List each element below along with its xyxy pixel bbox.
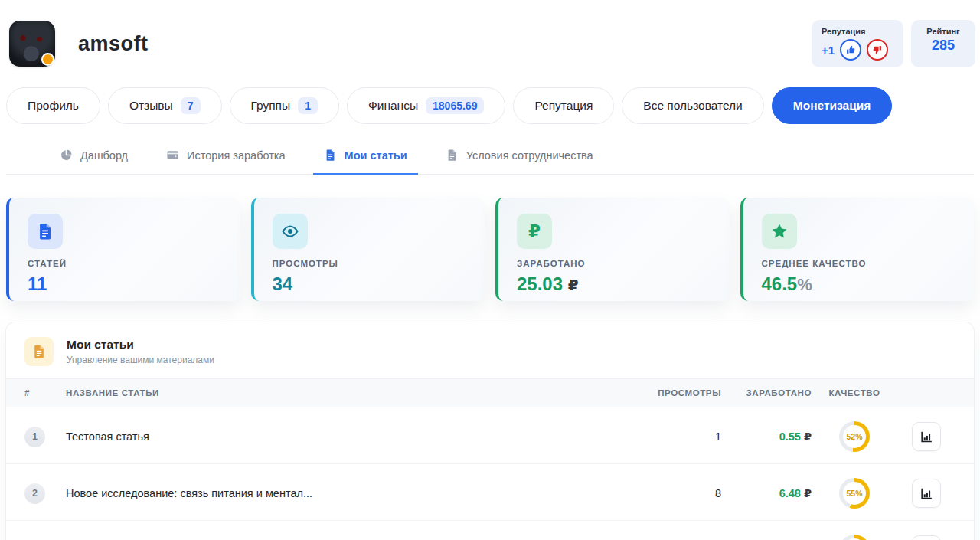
- article-stats-button[interactable]: [912, 479, 941, 508]
- reputation-label: Репутация: [822, 27, 893, 36]
- quality-ring: 55%: [839, 478, 870, 509]
- rating-label: Рейтинг: [921, 27, 965, 36]
- quality-percent: 55%: [843, 482, 866, 505]
- tab-profile[interactable]: Профиль: [6, 87, 100, 124]
- stat-label: ЗАРАБОТАНО: [517, 259, 711, 268]
- thumbs-down-button[interactable]: [867, 39, 888, 61]
- rating-card: Рейтинг 285: [911, 20, 975, 67]
- tab-groups[interactable]: Группы 1: [230, 87, 339, 124]
- tab-label: Финансы: [368, 99, 418, 113]
- article-views: 8: [637, 487, 721, 499]
- subtab-label: Дашборд: [80, 149, 128, 162]
- table-header-row: # НАЗВАНИЕ СТАТЬИ ПРОСМОТРЫ ЗАРАБОТАНО К…: [6, 378, 974, 407]
- ruble-icon: ₽: [517, 214, 552, 249]
- tab-finances[interactable]: Финансы 18065.69: [347, 87, 505, 124]
- thumbs-up-button[interactable]: [840, 39, 861, 61]
- subtab-label: Условия сотрудничества: [466, 149, 593, 162]
- stat-card-avg-quality: СРЕДНЕЕ КАЧЕСТВО 46.5%: [740, 198, 975, 301]
- my-articles-panel: Мои статьи Управление вашими материалами…: [6, 322, 974, 540]
- col-views: ПРОСМОТРЫ: [637, 388, 721, 398]
- table-title: Мои статьи: [67, 338, 214, 352]
- main-tabs: Профиль Отзывы 7 Группы 1 Финансы 18065.…: [6, 87, 974, 124]
- tab-reputation[interactable]: Репутация: [513, 87, 614, 124]
- thumbs-up-icon: [845, 44, 856, 55]
- reviews-count-badge: 7: [181, 97, 201, 114]
- stat-value: 46.5%: [762, 273, 956, 295]
- subtab-label: История заработка: [187, 149, 286, 162]
- article-title: Тестовая статья: [66, 430, 637, 443]
- tab-monetization[interactable]: Монетизация: [772, 87, 893, 124]
- table-row: 1 Тестовая статья 1 0.55 ₽ 52%: [6, 407, 974, 464]
- stat-value: 11: [28, 273, 222, 295]
- username: amsoft: [78, 32, 149, 56]
- table-row: [6, 521, 974, 540]
- thumbs-down-icon: [872, 44, 883, 55]
- top-right-cards: Репутация +1 Рейтинг: [812, 20, 975, 67]
- reputation-card: Репутация +1: [812, 20, 903, 67]
- monetization-subtabs: Дашборд История заработка Мои статьи Усл…: [6, 142, 974, 175]
- article-quality: 52%: [812, 421, 897, 452]
- stat-value: 25.03 ₽: [517, 273, 711, 295]
- stat-label: СРЕДНЕЕ КАЧЕСТВО: [762, 259, 956, 268]
- online-status-dot: [41, 53, 54, 66]
- contract-icon: [446, 149, 459, 162]
- article-title: Новое исследование: связь питания и мент…: [66, 487, 637, 499]
- rating-value: 285: [921, 38, 965, 54]
- col-quality: КАЧЕСТВО: [812, 388, 897, 398]
- stat-card-views: ПРОСМОТРЫ 34: [251, 198, 485, 301]
- stat-card-earned: ₽ ЗАРАБОТАНО 25.03 ₽: [495, 198, 730, 301]
- reputation-value: +1: [822, 44, 835, 57]
- topbar: amsoft Репутация +1: [0, 0, 980, 67]
- tab-label: Профиль: [28, 99, 79, 113]
- quality-percent: 52%: [843, 425, 866, 448]
- subtab-label: Мои статьи: [345, 149, 407, 162]
- tab-label: Все пользователи: [643, 99, 742, 113]
- tab-all-users[interactable]: Все пользователи: [622, 87, 763, 124]
- stat-label: СТАТЕЙ: [28, 259, 222, 268]
- document-icon: [28, 214, 63, 249]
- stat-card-articles: СТАТЕЙ 11: [6, 198, 240, 301]
- user-identity: amsoft: [9, 21, 149, 67]
- document-icon: [324, 149, 337, 162]
- finances-balance-badge: 18065.69: [426, 97, 484, 114]
- col-num: #: [24, 388, 66, 398]
- article-earned: 0.55 ₽: [721, 430, 812, 443]
- bar-chart-icon: [920, 430, 934, 444]
- stat-label: ПРОСМОТРЫ: [273, 259, 467, 268]
- row-number-badge: 1: [24, 427, 45, 447]
- quality-ring: [839, 535, 870, 540]
- monetization-page: amsoft Репутация +1: [0, 0, 980, 540]
- percent-symbol: %: [797, 275, 812, 294]
- article-earned: 6.48 ₽: [721, 487, 812, 499]
- table-row: 2 Новое исследование: связь питания и ме…: [6, 464, 974, 521]
- currency-symbol: ₽: [804, 487, 812, 499]
- stat-value: 34: [273, 273, 467, 295]
- subtab-earnings-history[interactable]: История заработка: [155, 142, 296, 175]
- pie-chart-icon: [60, 149, 73, 162]
- my-articles-header: Мои статьи Управление вашими материалами: [6, 322, 974, 378]
- article-views: 1: [637, 430, 721, 443]
- tab-label: Монетизация: [793, 99, 871, 113]
- quality-ring: 52%: [839, 421, 870, 452]
- table-subtitle: Управление вашими материалами: [67, 355, 214, 365]
- avatar: [9, 21, 55, 67]
- article-quality: 55%: [812, 478, 897, 509]
- currency-symbol: ₽: [804, 430, 812, 443]
- subtab-my-articles[interactable]: Мои статьи: [313, 142, 418, 175]
- star-icon: [762, 214, 797, 249]
- subtab-dashboard[interactable]: Дашборд: [49, 142, 139, 175]
- tab-reviews[interactable]: Отзывы 7: [108, 87, 222, 124]
- article-stats-button[interactable]: [912, 422, 941, 451]
- currency-symbol: ₽: [568, 277, 579, 293]
- groups-count-badge: 1: [298, 97, 318, 114]
- bar-chart-icon: [920, 486, 934, 501]
- article-quality: [812, 535, 897, 540]
- eye-icon: [273, 214, 308, 249]
- wallet-icon: [166, 149, 179, 162]
- col-earned: ЗАРАБОТАНО: [721, 388, 812, 398]
- yellow-document-icon: [24, 337, 54, 366]
- subtab-cooperation-terms[interactable]: Условия сотрудничества: [435, 142, 604, 175]
- article-stats-button[interactable]: [912, 535, 941, 540]
- stats-cards: СТАТЕЙ 11 ПРОСМОТРЫ 34 ₽ ЗАРАБОТАНО 25.0…: [6, 198, 974, 301]
- tab-label: Отзывы: [129, 99, 173, 113]
